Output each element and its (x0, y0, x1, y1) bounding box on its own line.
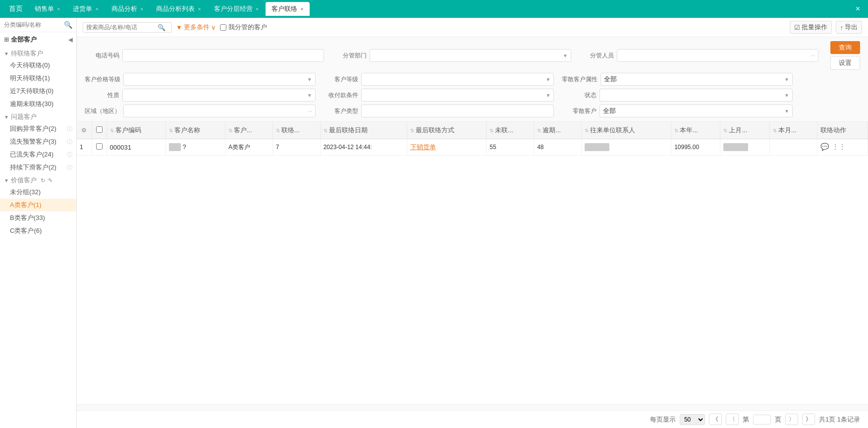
last-page-btn[interactable]: 》 (802, 414, 815, 425)
col-sort-icon2[interactable]: ⇅ (169, 128, 173, 133)
col-checkbox[interactable] (92, 122, 107, 139)
close-tab-customer-contact[interactable]: × (300, 6, 303, 12)
next-page-btn[interactable]: 〉 (785, 414, 798, 425)
field-status-select[interactable]: ▼ (599, 89, 793, 102)
col-sort-icon10[interactable]: ⇅ (674, 128, 678, 133)
sidebar-item-unclassified[interactable]: 未分组(32) (0, 186, 76, 199)
field-retail-attr-select[interactable]: 全部▼ (600, 73, 793, 86)
info-icon-2: ⓘ (67, 151, 72, 159)
field-retail-cust: 零散客户 全部▼ (562, 105, 793, 117)
close-tab-analysis-list[interactable]: × (198, 6, 201, 12)
col-settings[interactable]: ⚙ (77, 122, 92, 139)
refresh-icon[interactable]: ↻ (41, 177, 45, 184)
sidebar-item-declining[interactable]: 持续下滑客户(2) ⓘ (0, 161, 76, 174)
sidebar-item-class-a[interactable]: A类客户(1) (0, 199, 76, 212)
col-sort-icon12[interactable]: ⇅ (773, 128, 777, 133)
sidebar-item-overdue[interactable]: 逾期未联络(30) (0, 98, 76, 110)
close-tab-analysis[interactable]: × (140, 6, 143, 12)
sidebar-item-class-c[interactable]: C类客户(6) (0, 224, 76, 237)
col-sort-icon5[interactable]: ⇅ (324, 128, 327, 133)
col-sort-icon9[interactable]: ⇅ (585, 128, 589, 133)
field-customer-grade: 客户等级 ▼ (324, 73, 554, 86)
close-tab-customer-segment[interactable]: × (256, 6, 259, 12)
all-customers-header[interactable]: ⊞ 全部客户 ◀ (0, 32, 76, 47)
edit-icon[interactable]: ✎ (48, 177, 53, 184)
horizontal-scrollbar[interactable] (77, 404, 868, 410)
arrow-icon6: ▼ (545, 93, 550, 98)
tab-customer-segment[interactable]: 客户分层经营 × (208, 2, 265, 16)
per-page-select[interactable]: 50 20 100 (680, 414, 705, 425)
my-customers-check[interactable] (220, 24, 226, 31)
data-table-container: ⚙ ⇅ 客户编码 ⇅ (77, 122, 868, 404)
settings-btn[interactable]: 设置 (830, 56, 860, 70)
export-icon: ↑ (840, 24, 844, 31)
group-problem-customers[interactable]: ▼ 问题客户 (0, 110, 76, 122)
filter-bar: 🔍 ▼ 更多条件 ∨ 我分管的客户 ☑ 批量操作 ↑ 导出 (77, 18, 868, 37)
first-page-btn[interactable]: 《 (709, 414, 722, 425)
field-payment-select[interactable]: ▼ (361, 89, 554, 102)
more-filters-btn[interactable]: ▼ 更多条件 ∨ (176, 23, 216, 32)
sidebar-item-repurchase[interactable]: 回购异常客户(2) ⓘ (0, 122, 76, 135)
field-price-grade-select[interactable]: ▼ (123, 73, 316, 86)
sidebar-item-churn-warning[interactable]: 流失预警客户(3) ⓘ (0, 135, 76, 148)
last-method-link[interactable]: 下销货单 (410, 143, 436, 151)
main-search-icon[interactable]: 🔍 (158, 24, 165, 31)
sidebar-item-7days[interactable]: 近7天待联络(0) (0, 85, 76, 98)
tab-sales[interactable]: 销售单 × (29, 2, 66, 16)
sidebar-search-input[interactable] (4, 21, 62, 28)
sidebar-item-tomorrow[interactable]: 明天待联络(1) (0, 72, 76, 85)
close-tab-sales[interactable]: × (57, 6, 60, 12)
sidebar-item-churned[interactable]: 已流失客户(24) ⓘ (0, 148, 76, 161)
tab-analysis-list[interactable]: 商品分析列表 × (150, 2, 207, 16)
prev-page-btn[interactable]: 〈 (726, 414, 739, 425)
collapse-icon: ◀ (68, 37, 72, 43)
row-last-month (720, 139, 769, 156)
field-dept-select[interactable]: ▼ (370, 49, 571, 62)
col-sort-icon8[interactable]: ⇅ (537, 128, 541, 133)
sidebar-item-today[interactable]: 今天待联络(0) (0, 59, 76, 72)
field-nature-select[interactable]: ▼ (122, 89, 316, 102)
col-sort-icon6[interactable]: ⇅ (410, 128, 414, 133)
close-tab-purchase[interactable]: × (95, 6, 98, 12)
field-retail-cust-select[interactable]: 全部▼ (599, 105, 793, 117)
select-all-checkbox[interactable] (96, 126, 103, 133)
group-pending-contact[interactable]: ▼ 待联络客户 (0, 47, 76, 59)
sidebar-search-icon[interactable]: 🔍 (64, 21, 72, 29)
tab-analysis[interactable]: 商品分析 × (106, 2, 149, 16)
row-actions: 💬 ⋮⋮ (817, 139, 868, 154)
my-customers-checkbox[interactable]: 我分管的客户 (220, 23, 267, 32)
row-checkbox[interactable] (92, 139, 107, 156)
export-btn[interactable]: ↑ 导出 (836, 21, 863, 34)
col-sort-icon4[interactable]: ⇅ (276, 128, 280, 133)
field-phone-input[interactable] (122, 49, 324, 62)
row-last-method[interactable]: 下销货单 (407, 139, 487, 156)
dots-icon: ··· (811, 53, 815, 58)
col-contact: ⇅ 联络... (272, 122, 320, 139)
group-triangle-icon2: ▼ (4, 114, 9, 120)
more-action-icon[interactable]: ⋮⋮ (832, 143, 846, 151)
col-sort-icon[interactable]: ⇅ (110, 128, 114, 133)
field-customer-grade-select[interactable]: ▼ (361, 73, 554, 86)
group-value-customers[interactable]: ▼ 价值客户 ↻ ✎ (0, 174, 76, 186)
tab-purchase[interactable]: 进货单 × (67, 2, 104, 16)
row-check[interactable] (96, 143, 103, 150)
main-layout: 🔍 ⊞ 全部客户 ◀ ▼ 待联络客户 今天待联络(0) 明天待联络(1) 近7天… (0, 18, 868, 428)
field-manager-input[interactable]: ··· (617, 49, 818, 62)
page-number-input[interactable]: 1 (753, 415, 771, 425)
close-all-tabs[interactable]: × (852, 2, 864, 15)
unit-contact-block (585, 143, 609, 151)
col-sort-icon7[interactable]: ⇅ (489, 128, 493, 133)
sidebar-item-class-b[interactable]: B类客户(33) (0, 212, 76, 224)
col-sort-icon3[interactable]: ⇅ (228, 128, 232, 133)
home-tab[interactable]: 首页 (4, 4, 28, 13)
main-search-input[interactable] (86, 24, 156, 31)
filter-row-3: 性质 ▼ 收付款条件 ▼ 状态 ▼ (85, 89, 860, 102)
col-sort-icon11[interactable]: ⇅ (723, 128, 727, 133)
field-retail-attr: 零散客户属性 全部▼ (562, 73, 793, 86)
tab-customer-contact[interactable]: 客户联络 × (266, 2, 309, 16)
chat-icon[interactable]: 💬 (820, 143, 829, 151)
field-region-input[interactable]: ··· (123, 105, 316, 117)
query-btn[interactable]: 查询 (830, 41, 860, 54)
batch-op-btn[interactable]: ☑ 批量操作 (790, 21, 832, 34)
field-cust-type-input[interactable] (361, 105, 554, 117)
